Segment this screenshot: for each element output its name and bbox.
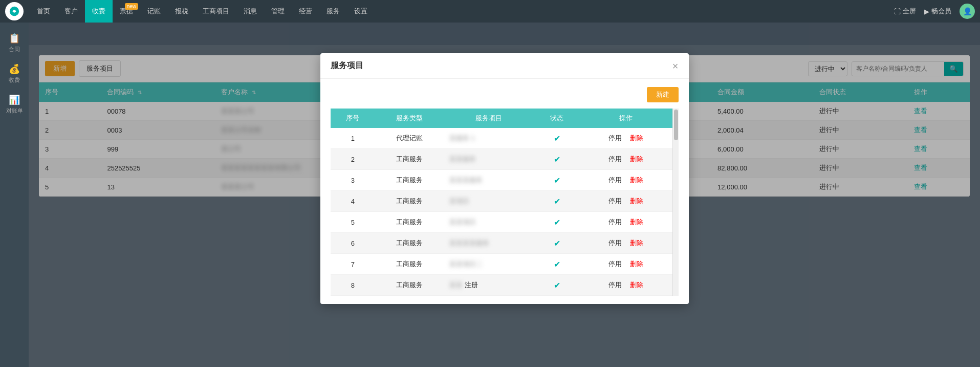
- modal-col-action: 操作: [579, 109, 672, 128]
- top-nav: 首页 客户 收费 票据 new 记账 报税 工商项目 消息 管理 经营: [0, 0, 980, 23]
- delete-button-3[interactable]: 删除: [627, 175, 646, 186]
- modal-cell-item: 某服务 1: [443, 128, 535, 149]
- nav-right: ⛶ 全屏 ▶ 畅会员 👤: [894, 4, 975, 19]
- nav-item-business[interactable]: 工商项目: [195, 0, 236, 23]
- reconciliation-icon: 📊: [9, 94, 20, 105]
- modal-cell-seq: 7: [331, 254, 376, 275]
- modal-cell-seq: 5: [331, 212, 376, 233]
- status-check-icon-4: ✔: [554, 197, 560, 206]
- stop-button-5[interactable]: 停用: [605, 217, 625, 228]
- modal-table-body: 1 代理记账 某服务 1 ✔ 停用 删除 2: [331, 128, 672, 296]
- stop-button-2[interactable]: 停用: [605, 154, 625, 165]
- modal-cell-seq: 1: [331, 128, 376, 149]
- video-icon: ▶: [924, 8, 929, 15]
- modal-cell-status: ✔: [535, 254, 580, 275]
- scrollbar-thumb: [674, 110, 678, 140]
- modal-cell-item: 某某项目二: [443, 254, 535, 275]
- modal-cell-status: ✔: [535, 170, 580, 191]
- new-badge: new: [125, 3, 138, 10]
- status-check-icon-2: ✔: [554, 155, 560, 164]
- nav-item-fee[interactable]: 收费: [85, 0, 113, 23]
- status-check-icon-5: ✔: [554, 218, 560, 227]
- modal-cell-seq: 2: [331, 149, 376, 170]
- modal-col-item: 服务项目: [443, 109, 535, 128]
- modal-cell-status: ✔: [535, 275, 580, 296]
- status-check-icon-3: ✔: [554, 176, 560, 185]
- stop-button-7[interactable]: 停用: [605, 258, 625, 270]
- delete-button-4[interactable]: 删除: [627, 196, 646, 207]
- nav-item-tax[interactable]: 报税: [168, 0, 195, 23]
- sidebar-item-contract[interactable]: 📋 合同: [0, 28, 29, 58]
- modal-cell-item: 某项目: [443, 191, 535, 212]
- modal-cell-type: 代理记账: [375, 128, 443, 149]
- modal-cell-seq: 3: [331, 170, 376, 191]
- delete-button-7[interactable]: 删除: [627, 258, 646, 270]
- service-item-modal: 服务项目 × 新建 序号 服务类型 服务项目 状态: [320, 53, 689, 304]
- stop-button-1[interactable]: 停用: [605, 133, 625, 144]
- modal-cell-type: 工商服务: [375, 191, 443, 212]
- delete-button-5[interactable]: 删除: [627, 217, 646, 228]
- modal-body: 新建 序号 服务类型 服务项目 状态 操作: [320, 79, 689, 304]
- modal-cell-type: 工商服务: [375, 170, 443, 191]
- nav-item-settings[interactable]: 设置: [347, 0, 375, 23]
- modal-cell-status: ✔: [535, 212, 580, 233]
- modal-cell-action: 停用 删除: [579, 128, 672, 149]
- stop-button-4[interactable]: 停用: [605, 196, 625, 207]
- modal-cell-type: 工商服务: [375, 149, 443, 170]
- modal-cell-item: 某某某某服务: [443, 233, 535, 254]
- member-btn[interactable]: ▶ 畅会员: [924, 7, 951, 16]
- stop-button-6[interactable]: 停用: [605, 238, 625, 249]
- nav-item-manage[interactable]: 管理: [264, 0, 292, 23]
- modal-table-row: 2 工商服务 某某服务 ✔ 停用 删除: [331, 149, 672, 170]
- new-service-item-button[interactable]: 新建: [647, 87, 679, 102]
- modal-overlay[interactable]: 服务项目 × 新建 序号 服务类型 服务项目 状态: [29, 23, 980, 367]
- fee-icon: 💰: [9, 63, 20, 75]
- modal-cell-item: 某某项目: [443, 212, 535, 233]
- status-check-icon-1: ✔: [554, 134, 560, 143]
- modal-cell-action: 停用 删除: [579, 149, 672, 170]
- modal-cell-type: 工商服务: [375, 233, 443, 254]
- modal-cell-status: ✔: [535, 233, 580, 254]
- delete-button-8[interactable]: 删除: [627, 279, 646, 291]
- nav-item-service[interactable]: 服务: [319, 0, 347, 23]
- logo: [5, 2, 24, 20]
- stop-button-8[interactable]: 停用: [605, 279, 625, 291]
- modal-title: 服务项目: [331, 60, 363, 71]
- modal-col-seq: 序号: [331, 109, 376, 128]
- modal-scrollbar[interactable]: [672, 109, 679, 296]
- fullscreen-btn[interactable]: ⛶ 全屏: [894, 7, 916, 16]
- delete-button-2[interactable]: 删除: [627, 154, 646, 165]
- status-check-icon-6: ✔: [554, 239, 560, 248]
- modal-cell-item: 某某 注册: [443, 275, 535, 296]
- modal-toolbar: 新建: [331, 87, 679, 102]
- nav-item-message[interactable]: 消息: [236, 0, 264, 23]
- nav-item-client[interactable]: 客户: [57, 0, 85, 23]
- modal-close-button[interactable]: ×: [672, 61, 679, 71]
- nav-item-operation[interactable]: 经营: [292, 0, 319, 23]
- status-check-icon-8: ✔: [554, 281, 560, 290]
- modal-cell-status: ✔: [535, 149, 580, 170]
- service-item-table: 序号 服务类型 服务项目 状态 操作 1 代理记账 某服务 1: [331, 109, 672, 296]
- modal-col-status: 状态: [535, 109, 580, 128]
- stop-button-3[interactable]: 停用: [605, 175, 625, 186]
- nav-item-bookkeeping[interactable]: 记账: [140, 0, 168, 23]
- delete-button-6[interactable]: 删除: [627, 238, 646, 249]
- modal-header: 服务项目 ×: [320, 53, 689, 79]
- modal-cell-seq: 4: [331, 191, 376, 212]
- modal-cell-action: 停用 删除: [579, 254, 672, 275]
- modal-cell-type: 工商服务: [375, 212, 443, 233]
- nav-item-home[interactable]: 首页: [30, 0, 57, 23]
- modal-table-row: 6 工商服务 某某某某服务 ✔ 停用 删除: [331, 233, 672, 254]
- sidebar-item-fee[interactable]: 💰 收费: [0, 58, 29, 89]
- avatar[interactable]: 👤: [960, 4, 975, 19]
- modal-cell-action: 停用 删除: [579, 233, 672, 254]
- modal-table-row: 3 工商服务 某某某服务 ✔ 停用 删除: [331, 170, 672, 191]
- sidebar-item-reconciliation[interactable]: 📊 对账单: [0, 89, 29, 120]
- modal-col-type: 服务类型: [375, 109, 443, 128]
- modal-table-row: 7 工商服务 某某项目二 ✔ 停用 删除: [331, 254, 672, 275]
- main-content: 新增 服务项目 进行中 已结束 全部 🔍 序号: [29, 45, 980, 367]
- modal-table-header: 序号 服务类型 服务项目 状态 操作: [331, 109, 672, 128]
- modal-table-row: 1 代理记账 某服务 1 ✔ 停用 删除: [331, 128, 672, 149]
- delete-button-1[interactable]: 删除: [627, 133, 646, 144]
- nav-item-invoice[interactable]: 票据 new: [113, 0, 140, 23]
